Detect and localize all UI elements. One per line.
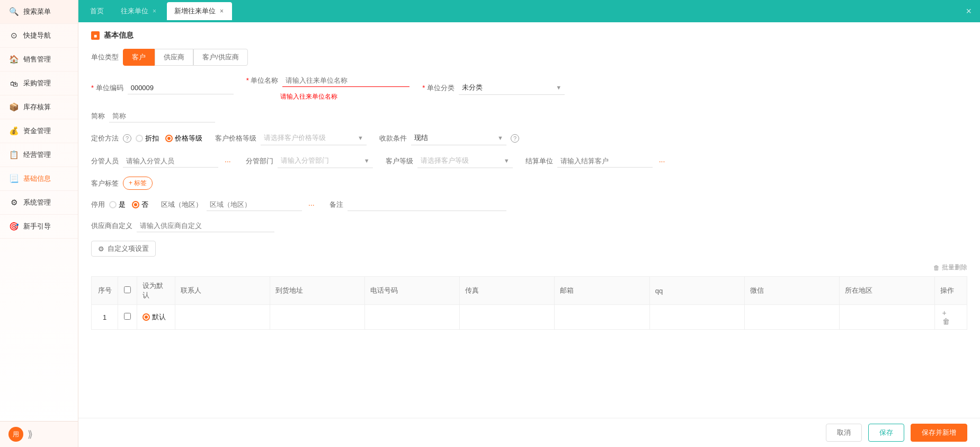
row-address[interactable] — [270, 305, 364, 330]
payment-help-icon[interactable]: ? — [511, 134, 519, 143]
region-input[interactable] — [207, 198, 302, 211]
short-name-label: 简称 — [91, 111, 105, 121]
short-name-row: 简称 — [91, 110, 967, 122]
disabled-no-radio[interactable]: 否 — [132, 200, 148, 209]
sidebar-item-label: 采购管理 — [23, 78, 51, 88]
short-name-group: 简称 — [91, 110, 215, 122]
save-new-button[interactable]: 保存并新增 — [911, 424, 967, 442]
row-seq: 1 — [92, 305, 118, 330]
select-all-checkbox[interactable] — [124, 286, 131, 293]
unit-category-group: 单位分类 未分类 ▼ — [422, 81, 565, 95]
manager-input[interactable] — [123, 155, 218, 168]
sidebar-item-finance[interactable]: 💰 资金管理 — [0, 119, 78, 143]
pricing-row: 定价方法 ? 折扣 价格等级 客户价格等级 请选择客户价格等级 — [91, 131, 967, 145]
batch-delete-row: 🗑 批量删除 — [91, 263, 967, 272]
department-label: 分管部门 — [246, 156, 273, 166]
row-contact[interactable] — [175, 305, 270, 330]
sidebar-item-label: 快捷导航 — [23, 31, 51, 40]
purchase-icon: 🛍 — [8, 78, 19, 89]
remark-label: 备注 — [329, 200, 343, 209]
row-qq[interactable] — [649, 305, 744, 330]
contact-input[interactable] — [181, 313, 264, 321]
col-checkbox — [118, 277, 137, 305]
add-tag-button[interactable]: + 标签 — [123, 177, 153, 190]
supplier-custom-group: 供应商自定义 — [91, 220, 274, 232]
tab-partners-close[interactable]: × — [152, 6, 157, 16]
sidebar-item-sales[interactable]: 🏠 销售管理 — [0, 48, 78, 72]
supplier-custom-input[interactable] — [137, 220, 274, 232]
col-wechat: 微信 — [745, 277, 840, 305]
unit-name-input[interactable] — [282, 74, 409, 87]
sidebar-item-label: 搜索菜单 — [23, 7, 51, 16]
unit-name-label: 单位名称 — [246, 76, 279, 85]
unit-category-select[interactable]: 未分类 ▼ — [459, 81, 565, 95]
delete-row-button[interactable]: 🗑 — [940, 317, 952, 326]
settlement-unit-input[interactable] — [557, 155, 653, 168]
sidebar-item-purchase[interactable]: 🛍 采购管理 — [0, 72, 78, 95]
phone-input[interactable] — [370, 313, 454, 321]
disabled-yes-radio[interactable]: 是 — [109, 200, 126, 209]
sidebar-item-inventory[interactable]: 📦 库存核算 — [0, 95, 78, 119]
row-fax[interactable] — [460, 305, 555, 330]
row-region[interactable] — [840, 305, 934, 330]
unit-code-input[interactable] — [128, 82, 234, 94]
col-action: 操作 — [934, 277, 967, 305]
sidebar-bottom: 用 ⟫ — [0, 421, 78, 447]
short-name-input[interactable] — [109, 110, 215, 122]
qq-input[interactable] — [655, 313, 739, 321]
row-default-radio[interactable]: 默认 — [142, 312, 170, 322]
region-row-input[interactable] — [845, 313, 929, 321]
sidebar-item-label: 经营管理 — [23, 150, 51, 160]
custom-settings-button[interactable]: ⚙ 自定义项设置 — [91, 241, 156, 257]
row-phone[interactable] — [365, 305, 460, 330]
tab-partners[interactable]: 往来单位 × — [113, 2, 165, 20]
remark-input[interactable] — [348, 198, 506, 211]
pricing-help-icon[interactable]: ? — [123, 134, 131, 143]
customer-price-select[interactable]: 请选择客户价格等级 ▼ — [261, 131, 367, 145]
window-close-button[interactable]: × — [961, 4, 976, 19]
row-email[interactable] — [555, 305, 649, 330]
sidebar-expand-icon[interactable]: ⟫ — [28, 428, 33, 440]
pricing-discount-radio[interactable]: 折扣 — [136, 134, 159, 143]
unit-type-supplier-btn[interactable]: 供应商 — [155, 49, 193, 66]
home-icon: ⊙ — [8, 30, 19, 41]
region-more-icon[interactable]: ··· — [306, 200, 317, 209]
row-wechat[interactable] — [745, 305, 840, 330]
wechat-input[interactable] — [750, 313, 834, 321]
row-default: 默认 — [137, 305, 175, 330]
payment-terms-select[interactable]: 现结 ▼ — [411, 131, 506, 145]
tab-new-partner-close[interactable]: × — [219, 6, 225, 16]
fax-input[interactable] — [465, 313, 549, 321]
sidebar-item-search[interactable]: 🔍 搜索菜单 — [0, 0, 78, 24]
department-select[interactable]: 请输入分管部门 ▼ — [278, 154, 373, 168]
tab-new-partner[interactable]: 新增往来单位 × — [167, 2, 232, 20]
email-input[interactable] — [560, 313, 644, 321]
add-row-button[interactable]: + — [940, 309, 949, 317]
settlement-more-icon[interactable]: ··· — [657, 157, 667, 165]
sidebar-item-guide[interactable]: 🎯 新手引导 — [0, 215, 78, 239]
save-button[interactable]: 保存 — [868, 424, 904, 442]
sidebar-item-basic[interactable]: 📃 基础信息 — [0, 167, 78, 191]
unit-type-both-btn[interactable]: 客户/供应商 — [193, 49, 248, 66]
row-checkbox[interactable] — [124, 313, 131, 320]
sidebar-item-quick-nav[interactable]: ⊙ 快捷导航 — [0, 24, 78, 48]
pricing-discount-dot — [136, 135, 143, 142]
unit-type-customer-btn[interactable]: 客户 — [123, 49, 155, 66]
disabled-yes-dot — [109, 201, 117, 208]
sidebar-item-operations[interactable]: 📋 经营管理 — [0, 143, 78, 167]
chevron-down-icon: ▼ — [497, 135, 503, 141]
customer-level-select[interactable]: 请选择客户等级 ▼ — [417, 154, 513, 168]
manager-more-icon[interactable]: ··· — [222, 157, 233, 165]
sidebar-item-system[interactable]: ⚙ 系统管理 — [0, 191, 78, 215]
batch-delete-button[interactable]: 🗑 批量删除 — [933, 263, 967, 272]
unit-category-label: 单位分类 — [422, 83, 455, 93]
address-input[interactable] — [275, 313, 359, 321]
tags-label: 客户标签 — [91, 179, 119, 188]
sidebar-item-label: 新手引导 — [23, 222, 51, 231]
col-contact: 联系人 — [175, 277, 270, 305]
customer-price-level-group: 客户价格等级 请选择客户价格等级 ▼ — [215, 131, 367, 145]
cancel-button[interactable]: 取消 — [826, 424, 862, 442]
unit-type-row: 单位类型 客户 供应商 客户/供应商 — [91, 49, 967, 66]
tab-home[interactable]: 首页 — [83, 2, 111, 20]
pricing-level-radio[interactable]: 价格等级 — [165, 134, 202, 143]
